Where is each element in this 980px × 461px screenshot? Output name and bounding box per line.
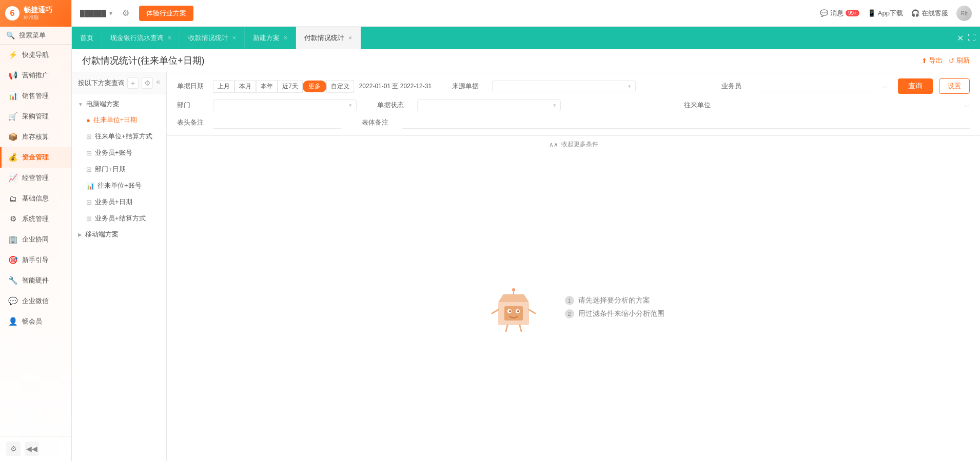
settings-btn[interactable]: 设置	[939, 78, 970, 94]
collapse-label: 收起更多条件	[561, 140, 598, 149]
sidebar-item-marketing[interactable]: 📢 营销推广	[0, 65, 71, 86]
scheme-settings-btn[interactable]: ⚙	[142, 77, 153, 89]
sidebar-item-capital[interactable]: 💰 资金管理	[0, 147, 71, 168]
content-area: 付款情况统计(往来单位+日期) ⬆ 导出 ↺ 刷新 按以下方案查询 +	[72, 49, 980, 461]
tab-receipts[interactable]: 收款情况统计 ×	[180, 27, 245, 49]
refresh-btn[interactable]: ↺ 刷新	[949, 56, 970, 65]
sidebar-item-label: 基础信息	[22, 194, 49, 203]
date-btn-more[interactable]: 更多	[303, 81, 326, 92]
sidebar-item-wechat[interactable]: 💬 企业微信	[0, 291, 71, 311]
doc-status-label: 单据状态	[377, 101, 413, 110]
source-select[interactable]: ▾	[492, 81, 636, 92]
header-gear-btn[interactable]: ⚙	[119, 6, 133, 21]
table-body-note-input[interactable]	[402, 116, 970, 129]
service-icon: 🎧	[911, 9, 919, 17]
date-btn-this-month[interactable]: 本月	[234, 80, 256, 93]
staff-input[interactable]	[761, 80, 874, 92]
scheme-group-desktop[interactable]: ▼ 电脑端方案	[72, 96, 166, 112]
sidebar-item-enterprise[interactable]: 🏢 企业协同	[0, 229, 71, 250]
counterpart-dots[interactable]: ···	[964, 102, 970, 109]
sidebar-item-system[interactable]: ⚙ 系统管理	[0, 209, 71, 229]
tab-cashflow-close[interactable]: ×	[168, 34, 171, 42]
sidebar-nav: ⚡ 快捷导航 📢 营销推广 📊 销售管理 🛒 采购管理 📦 库存核算 💰 资金管…	[0, 45, 71, 436]
sidebar-item-member[interactable]: 👤 畅会员	[0, 311, 71, 332]
sidebar-logo: 6 畅捷通巧 标准版	[0, 0, 71, 27]
export-btn[interactable]: ⬆ 导出	[922, 56, 943, 65]
company-selector[interactable]: ██████ ▾	[80, 10, 112, 17]
date-range-input: 2022-01-01 至 2022-12-31	[359, 82, 432, 91]
scheme-item-counterpart-account[interactable]: 📊 往来单位+账号	[72, 177, 166, 194]
filter-area: 单据日期 上月 本月 本年 近7天 更多 自定义 2022-01-01 至 20…	[167, 72, 980, 135]
tab-cashflow[interactable]: 现金银行流水查询 ×	[102, 27, 180, 49]
top-header: ██████ ▾ ⚙ 体验行业方案 💬 消息 99+ 📱 App下载 🎧 在线客…	[72, 0, 980, 27]
sidebar-item-quick-nav[interactable]: ⚡ 快捷导航	[0, 45, 71, 65]
sidebar-item-label: 系统管理	[22, 214, 49, 224]
page-title-actions: ⬆ 导出 ↺ 刷新	[922, 56, 970, 65]
scheme-group-mobile[interactable]: ▶ 移动端方案	[72, 227, 166, 242]
svg-point-5	[509, 310, 511, 312]
messages-btn[interactable]: 💬 消息 99+	[820, 9, 859, 18]
tab-payments[interactable]: 付款情况统计 ×	[296, 27, 361, 49]
date-btn-this-year[interactable]: 本年	[256, 80, 278, 93]
app-download-btn[interactable]: 📱 App下载	[868, 9, 903, 18]
online-service-btn[interactable]: 🎧 在线客服	[911, 9, 948, 18]
tab-close-all-btn[interactable]: ✕	[957, 33, 964, 43]
scheme-collapse-btn[interactable]: «	[156, 77, 160, 89]
sidebar-item-hardware[interactable]: 🔧 智能硬件	[0, 270, 71, 291]
source-dropdown-arrow: ▾	[628, 83, 631, 90]
date-btn-custom[interactable]: 自定义	[326, 80, 354, 93]
sidebar-item-operation[interactable]: 📈 经营管理	[0, 168, 71, 188]
sidebar-item-label: 资金管理	[22, 153, 49, 162]
search-menu[interactable]: 🔍 搜索菜单	[0, 27, 71, 45]
scheme-item-label-3: 部门+日期	[95, 165, 126, 174]
date-btn-last7[interactable]: 近7天	[278, 80, 303, 93]
svg-line-10	[529, 310, 535, 313]
collapse-sidebar-btn[interactable]: ◀◀	[25, 442, 39, 456]
filter-row-3: 表头备注 表体备注	[177, 116, 970, 129]
sidebar-item-sales[interactable]: 📊 销售管理	[0, 86, 71, 106]
empty-text-list: 1 请先选择要分析的方案 2 用过滤条件来缩小分析范围	[565, 296, 664, 318]
sidebar-item-guide[interactable]: 🎯 新手引导	[0, 250, 71, 270]
trial-btn[interactable]: 体验行业方案	[139, 6, 193, 21]
tab-payments-close[interactable]: ×	[348, 34, 352, 42]
tab-receipts-close[interactable]: ×	[232, 34, 236, 42]
scheme-item-staff-settle[interactable]: ⊞ 业务员+结算方式	[72, 210, 166, 227]
date-btn-last-month[interactable]: 上月	[213, 80, 234, 93]
query-btn[interactable]: 查询	[898, 78, 933, 94]
date-range-value: 2022-01-01 至 2022-12-31	[359, 82, 432, 91]
scheme-item-staff-account[interactable]: ⊞ 业务员+账号	[72, 145, 166, 161]
empty-illustration	[483, 282, 544, 333]
counterpart-label: 往来单位	[684, 101, 720, 110]
scheme-item-dept-date[interactable]: ⊞ 部门+日期	[72, 161, 166, 177]
dept-select[interactable]: ▾	[213, 99, 357, 111]
source-label: 来源单据	[452, 82, 488, 91]
sidebar-item-inventory[interactable]: 📦 库存核算	[0, 127, 71, 147]
export-icon: ⬆	[922, 57, 927, 65]
tab-fullscreen-btn[interactable]: ⛶	[968, 33, 976, 43]
sidebar-item-basic-info[interactable]: 🗂 基础信息	[0, 188, 71, 209]
sidebar-item-label: 采购管理	[22, 112, 49, 121]
scheme-item-counterpart-settle[interactable]: ⊞ 往来单位+结算方式	[72, 128, 166, 145]
user-avatar[interactable]: Rit	[956, 6, 972, 21]
logo-icon: 6	[5, 6, 19, 21]
doc-status-select[interactable]: ▾	[417, 99, 561, 111]
scheme-add-btn[interactable]: +	[127, 77, 139, 89]
tab-new-scheme-close[interactable]: ×	[284, 34, 287, 42]
scheme-item-icon-3: ⊞	[86, 166, 92, 173]
dept-dropdown-arrow: ▾	[349, 102, 352, 109]
scheme-item-staff-date[interactable]: ⊞ 业务员+日期	[72, 194, 166, 210]
collapse-more-btn[interactable]: ∧∧ 收起更多条件	[177, 136, 970, 153]
tip-badge-2: 2	[565, 309, 574, 318]
counterpart-input[interactable]	[724, 99, 956, 111]
staff-dots[interactable]: ···	[882, 83, 888, 90]
tab-new-scheme[interactable]: 新建方案 ×	[245, 27, 296, 49]
sidebar-item-label: 智能硬件	[22, 276, 49, 285]
group-label-desktop: 电脑端方案	[86, 99, 120, 109]
table-header-note-input[interactable]	[213, 116, 341, 129]
tip-text-1: 请先选择要分析的方案	[578, 296, 650, 305]
sidebar-item-purchase[interactable]: 🛒 采购管理	[0, 106, 71, 127]
tab-home[interactable]: 首页	[72, 27, 102, 49]
settings-footer-btn[interactable]: ⚙	[6, 442, 21, 456]
scheme-item-counterpart-date[interactable]: ● 往来单位+日期	[72, 112, 166, 128]
sidebar-item-label: 营销推广	[22, 71, 49, 80]
